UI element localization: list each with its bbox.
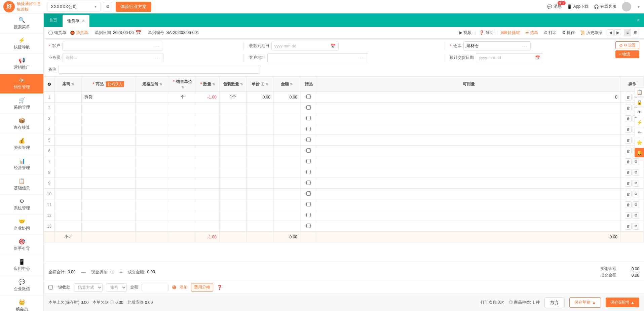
customer-input[interactable]: ···	[62, 42, 163, 50]
pay-method-select[interactable]: 结算方式	[74, 283, 103, 291]
gift-checkbox-8[interactable]	[306, 170, 311, 174]
gift-checkbox-10[interactable]	[306, 191, 311, 196]
copy-row-7-button[interactable]: ⧉	[633, 158, 639, 165]
sidebar-item-basic-info[interactable]: 📋 基础信息	[0, 174, 43, 195]
logistics-button[interactable]: + 物流	[615, 50, 639, 58]
app-download-button[interactable]: 📱 App下载	[567, 4, 589, 9]
delete-row-13-button[interactable]: 🗑	[625, 223, 632, 230]
rfloat-note-button[interactable]: 📋	[635, 87, 644, 97]
one-click-pay-label[interactable]: 一键收款	[48, 284, 70, 290]
toolbar-select[interactable]: ☰ 选单	[523, 29, 540, 36]
one-click-pay-checkbox[interactable]	[48, 285, 53, 289]
delete-row-2-button[interactable]: 🗑	[625, 105, 632, 111]
rfloat-view-button[interactable]: 👁	[635, 108, 644, 117]
sidebar-item-member[interactable]: 👑 畅会员	[0, 296, 43, 311]
gift-checkbox-7[interactable]	[306, 159, 311, 163]
help-icon2[interactable]: ⓘ	[261, 82, 264, 86]
grid-view-button[interactable]: ⊞	[632, 29, 639, 36]
gift-checkbox-1[interactable]	[306, 94, 311, 99]
tab-close-all-button[interactable]: ×	[633, 13, 644, 27]
sidebar-item-system[interactable]: ⚙ 系统管理	[0, 195, 43, 215]
toolbar-print[interactable]: 🖨 打印	[541, 29, 559, 36]
bank-account-select[interactable]: 账号	[106, 283, 127, 291]
more-icon[interactable]: ▼	[637, 4, 641, 9]
scan-input-button[interactable]: 扫码录入	[106, 81, 124, 87]
sidebar-item-finance[interactable]: 💰 资金管理	[0, 134, 43, 154]
rfloat-edit-button[interactable]: ✏	[635, 128, 644, 137]
sidebar-item-search[interactable]: 🔍 搜索菜单	[0, 13, 43, 34]
gift-checkbox-11[interactable]	[306, 202, 311, 206]
copy-row-13-button[interactable]: ⧉	[633, 223, 639, 230]
company-selector[interactable]: XXXXXX公司 ▼	[47, 2, 101, 11]
customer-address-input[interactable]: ···	[267, 53, 368, 62]
nav-prev-button[interactable]: ◀	[607, 29, 614, 36]
delete-row-7-button[interactable]: 🗑	[625, 158, 632, 165]
help-info-icon[interactable]: ⓘ	[110, 269, 114, 275]
settings-gear-button[interactable]: ⚙	[103, 2, 112, 11]
nav-next-button[interactable]: ▶	[614, 29, 621, 36]
column-settings-icon[interactable]: ⚙	[47, 82, 51, 87]
sidebar-item-sales[interactable]: 🛍 销售管理	[0, 74, 43, 94]
warehouse-input[interactable]: 建材仓 ···	[463, 41, 531, 50]
online-support-button[interactable]: 🎧 在线客服	[594, 4, 616, 9]
settings-button[interactable]: ⚙ ⚙ 设置	[615, 41, 639, 49]
copy-row-12-button[interactable]: ⧉	[633, 212, 639, 219]
avatar[interactable]	[622, 2, 631, 11]
expected-date-input[interactable]: yyyy-mm-dd 📅	[476, 53, 543, 62]
gift-checkbox-12[interactable]	[306, 213, 311, 217]
message-button[interactable]: 💬 消息 99+	[547, 4, 562, 9]
toolbar-operation[interactable]: ⚙ 操作	[560, 29, 577, 36]
delete-row-1-button[interactable]: 🗑	[625, 94, 632, 101]
delete-row-12-button[interactable]: 🗑	[625, 212, 632, 219]
rfloat-lock-button[interactable]: 🔒	[635, 98, 644, 107]
sidebar-item-management[interactable]: 📊 经营管理	[0, 154, 43, 174]
return-order-radio[interactable]: 退货单	[70, 30, 88, 36]
delete-row-8-button[interactable]: 🗑	[625, 169, 632, 176]
tab-home[interactable]: 首页	[44, 13, 63, 27]
gift-checkbox-2[interactable]	[306, 105, 311, 110]
rfloat-quick-button[interactable]: ⚡	[635, 118, 644, 127]
help-circle-icon[interactable]: ❓	[217, 285, 222, 290]
rfloat-alert-button[interactable]: 🔔	[635, 148, 644, 157]
sidebar-item-apps[interactable]: 📱 应用中心	[0, 255, 43, 275]
add-payment-icon[interactable]: ⊕	[172, 284, 176, 290]
gift-checkbox-13[interactable]	[306, 224, 311, 228]
gift-checkbox-3[interactable]	[306, 116, 311, 120]
calendar-icon[interactable]: 📅	[136, 30, 141, 35]
sidebar-item-purchase[interactable]: 🛒 采购管理	[0, 94, 43, 114]
save-draft-button[interactable]: 保存草稿 ▲	[569, 297, 601, 308]
delete-row-9-button[interactable]: 🗑	[625, 180, 632, 187]
sidebar-item-collab[interactable]: 🤝 企业协同	[0, 215, 43, 235]
gift-checkbox-5[interactable]	[306, 138, 311, 142]
delete-row-11-button[interactable]: 🗑	[625, 201, 632, 208]
copy-row-8-button[interactable]: ⧉	[633, 169, 639, 176]
notes-input[interactable]	[59, 65, 260, 74]
th-settings[interactable]: ⚙	[44, 77, 55, 92]
sidebar-item-wechat[interactable]: 💬 企业微信	[0, 275, 43, 296]
delete-row-10-button[interactable]: 🗑	[625, 191, 632, 197]
delete-row-5-button[interactable]: 🗑	[625, 137, 632, 144]
toolbar-history[interactable]: 📜 历史单据	[578, 29, 604, 36]
copy-row-9-button[interactable]: ⧉	[633, 180, 639, 187]
delete-row-3-button[interactable]: 🗑	[625, 115, 632, 122]
add-payment-label[interactable]: 添加	[180, 284, 188, 290]
copy-row-11-button[interactable]: ⧉	[633, 201, 639, 208]
trial-button[interactable]: 体验行业方案	[116, 2, 151, 12]
list-view-button[interactable]: ≡	[624, 29, 631, 36]
cumulative-help-icon[interactable]: ⓘ	[110, 300, 114, 305]
toolbar-help[interactable]: ❓ 帮助	[477, 29, 495, 36]
due-date-input[interactable]: yyyy-mm-dd 📅	[271, 42, 339, 50]
expense-split-button[interactable]: 费用分摊	[191, 283, 213, 291]
rfloat-star-button[interactable]: ⭐	[635, 138, 644, 147]
gift-checkbox-6[interactable]	[306, 148, 311, 153]
copy-row-10-button[interactable]: ⧉	[633, 191, 639, 197]
toolbar-shortcut[interactable]: ⌨ 快捷键	[499, 29, 522, 36]
sidebar-item-inventory[interactable]: 📦 库存核算	[0, 114, 43, 134]
gift-checkbox-4[interactable]	[306, 127, 311, 131]
abandon-button[interactable]: 放弃	[544, 297, 565, 308]
gift-checkbox-9[interactable]	[306, 181, 311, 185]
payment-amount-input[interactable]	[142, 284, 168, 291]
sales-order-radio[interactable]: 销货单	[48, 30, 66, 36]
delete-row-6-button[interactable]: 🗑	[625, 148, 632, 154]
toolbar-video[interactable]: ▶ 视频	[457, 29, 473, 36]
